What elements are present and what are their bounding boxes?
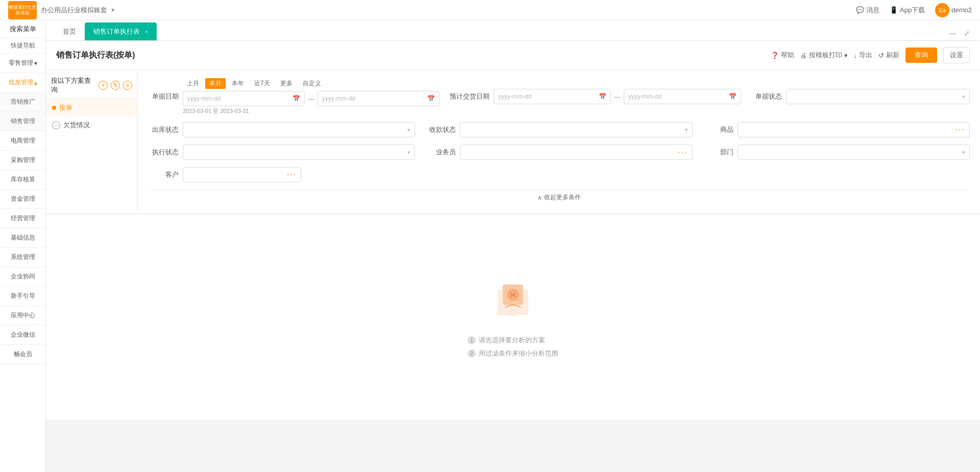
sidebar-item-label-ecommerce: 电商管理 — [11, 137, 35, 144]
expected-date-to-input[interactable]: yyyy-mm-dd 📅 — [624, 89, 741, 104]
period-btn-7days[interactable]: 近7天 — [250, 78, 274, 89]
period-btn-current-month[interactable]: 本月 — [205, 78, 226, 89]
left-panel-item-by-order[interactable]: 按单 — [46, 99, 137, 116]
sidebar-item-system[interactable]: 系统管理 — [0, 248, 45, 267]
sidebar-item-basic[interactable]: 基础信息 — [0, 228, 45, 248]
expected-date-from-input[interactable]: yyyy-mm-dd 📅 — [494, 89, 611, 104]
app-download-button[interactable]: 📱 App下载 — [890, 6, 925, 15]
payment-status-label: 收款状态 — [425, 125, 456, 134]
tab-home[interactable]: 首页 — [54, 22, 85, 40]
goods-more-icon[interactable]: ··· — [955, 125, 965, 134]
sidebar-item-label-appstore: 应用中心 — [11, 312, 35, 319]
filter-item-date: 单据日期 上月 本月 本年 近7天 更多 自定义 — [148, 78, 439, 115]
sidebar-search-label: 搜索菜单 — [10, 25, 36, 33]
print-dropdown-icon: ▾ — [844, 52, 848, 59]
period-btn-current-year[interactable]: 本年 — [228, 78, 248, 89]
customer-input[interactable]: ··· — [183, 167, 301, 182]
content: 销售订单执行表(按单) ❓ 帮助 🖨 按模板打印 ▾ ↓ 导出 — [46, 41, 980, 472]
expected-date-separator: — — [614, 93, 621, 101]
delivery-status-select[interactable]: ▾ — [183, 122, 415, 137]
sidebar-item-ecommerce[interactable]: 电商管理 — [0, 131, 45, 151]
tab-minimize-button[interactable]: — — [947, 28, 958, 38]
avatar: Ea — [935, 3, 949, 17]
dept-select[interactable]: ▾ — [738, 145, 970, 160]
customer-more-icon[interactable]: ··· — [287, 170, 297, 179]
sidebar-item-enterprise[interactable]: 企业协同 — [0, 267, 45, 287]
sidebar-item-finance[interactable]: 资金管理 — [0, 190, 45, 209]
tabs-actions: — ⤢ — [947, 28, 972, 40]
sidebar-item-wholesale[interactable]: 批发管理 ▴ — [0, 73, 45, 92]
page-header: 销售订单执行表(按单) ❓ 帮助 🖨 按模板打印 ▾ ↓ 导出 — [46, 41, 980, 70]
topbar: 畅捷通好生意 标准版 办公用品行业模拟账套 ▾ 💬 消息 📱 App下载 Ea … — [0, 0, 980, 20]
settings-button[interactable]: 设置 — [943, 47, 970, 63]
calendar-to-icon: 📅 — [427, 95, 435, 102]
user-menu[interactable]: Ea demo2 — [935, 3, 972, 17]
filter-row-2: 出库状态 ▾ 收款状态 ▾ — [148, 122, 970, 137]
filter-item-payment-status: 收款状态 ▾ — [425, 122, 692, 137]
salesperson-more-icon[interactable]: ··· — [678, 148, 688, 157]
left-panel-edit-button[interactable]: ✎ — [111, 81, 120, 90]
sidebar-item-sales[interactable]: 销售管理 — [0, 112, 45, 131]
sidebar-item-inventory[interactable]: 库存核算 — [0, 170, 45, 190]
logo-text: 畅捷通好生意 — [9, 5, 36, 10]
sidebar-item-guide[interactable]: 新手引导 — [0, 287, 45, 306]
left-panel-add-button[interactable]: + — [99, 81, 108, 90]
refresh-button[interactable]: ↺ 刷新 — [878, 51, 899, 60]
goods-label: 商品 — [703, 125, 733, 134]
filter-item-exec-status: 执行状态 ▾ — [148, 145, 415, 160]
tab-close-icon[interactable]: × — [145, 29, 148, 35]
sidebar-item-label-sales: 销售管理 — [11, 117, 35, 125]
sidebar-item-appstore[interactable]: 应用中心 — [0, 306, 45, 325]
period-btn-custom[interactable]: 自定义 — [299, 78, 325, 89]
filter-item-delivery-status: 出库状态 ▾ — [148, 122, 415, 137]
filter-item-salesperson: 业务员 ··· — [425, 145, 692, 160]
date-label: 单据日期 — [148, 92, 179, 101]
export-button[interactable]: ↓ 导出 — [854, 51, 873, 60]
message-button[interactable]: 💬 消息 — [856, 6, 879, 15]
sidebar-item-label-member: 畅会员 — [14, 350, 32, 358]
period-btn-more[interactable]: 更多 — [276, 78, 297, 89]
collapse-button[interactable]: ∧ 收起更多条件 — [537, 193, 581, 202]
sidebar-nav-label[interactable]: 快捷导航 — [0, 38, 45, 54]
sidebar-search[interactable]: 搜索菜单 — [0, 20, 45, 38]
date-from-input[interactable]: yyyy-mm-dd 📅 — [183, 91, 305, 106]
export-icon: ↓ — [854, 52, 857, 59]
order-status-select[interactable]: ▾ — [786, 89, 970, 104]
left-panel-collapse-button[interactable]: « — [123, 81, 132, 90]
payment-status-select[interactable]: ▾ — [460, 122, 692, 137]
date-range: yyyy-mm-dd 📅 — yyyy-mm-dd 📅 — [183, 91, 439, 106]
goods-input[interactable]: ··· — [738, 122, 970, 137]
left-panel-item-shortage[interactable]: ○ 欠货情况 — [46, 116, 137, 134]
topbar-left: 畅捷通好生意 标准版 办公用品行业模拟账套 ▾ — [8, 1, 115, 19]
date-from-placeholder: yyyy-mm-dd — [187, 95, 220, 102]
help-button[interactable]: ❓ 帮助 — [771, 51, 794, 60]
page-actions: ❓ 帮助 🖨 按模板打印 ▾ ↓ 导出 ↺ 刷新 — [771, 47, 970, 63]
sidebar-item-purchase[interactable]: 采购管理 — [0, 151, 45, 170]
message-label: 消息 — [866, 6, 879, 15]
right-filter: 单据日期 上月 本月 本年 近7天 更多 自定义 — [138, 70, 980, 213]
topbar-dropdown-icon[interactable]: ▾ — [111, 6, 115, 14]
salesperson-input[interactable]: ··· — [460, 145, 692, 160]
exec-status-select[interactable]: ▾ — [183, 145, 415, 160]
chevron-down-icon: ▾ — [34, 60, 37, 67]
sidebar-item-marketing[interactable]: 营销推广 — [0, 92, 45, 112]
sidebar-item-operation[interactable]: 经营管理 — [0, 209, 45, 228]
print-button[interactable]: 🖨 按模板打印 ▾ — [800, 51, 848, 60]
calendar-icon: 📅 — [292, 95, 300, 102]
date-range-text: 2023-03-01 至 2023-03-31 — [183, 107, 439, 115]
collapse-icon: ∧ — [537, 194, 542, 201]
user-name: demo2 — [951, 6, 972, 14]
sidebar-item-label-system: 系统管理 — [11, 253, 35, 261]
date-to-input[interactable]: yyyy-mm-dd 📅 — [317, 91, 439, 106]
tab-maximize-button[interactable]: ⤢ — [962, 28, 972, 38]
sidebar-item-retail[interactable]: 零售管理 ▾ — [0, 54, 45, 73]
search-button[interactable]: 查询 — [905, 48, 937, 63]
filter-item-dept: 部门 ▾ — [703, 145, 970, 160]
tab-sales-order[interactable]: 销售订单执行表 × — [85, 22, 157, 40]
period-btn-last-month[interactable]: 上月 — [183, 78, 203, 89]
sidebar-item-wechat[interactable]: 企业微信 — [0, 325, 45, 345]
left-panel-item-label-order: 按单 — [59, 103, 72, 112]
tip-num-2: 2 — [468, 349, 476, 358]
expected-calendar-icon: 📅 — [599, 93, 606, 100]
sidebar-item-member[interactable]: 畅会员 — [0, 345, 45, 364]
